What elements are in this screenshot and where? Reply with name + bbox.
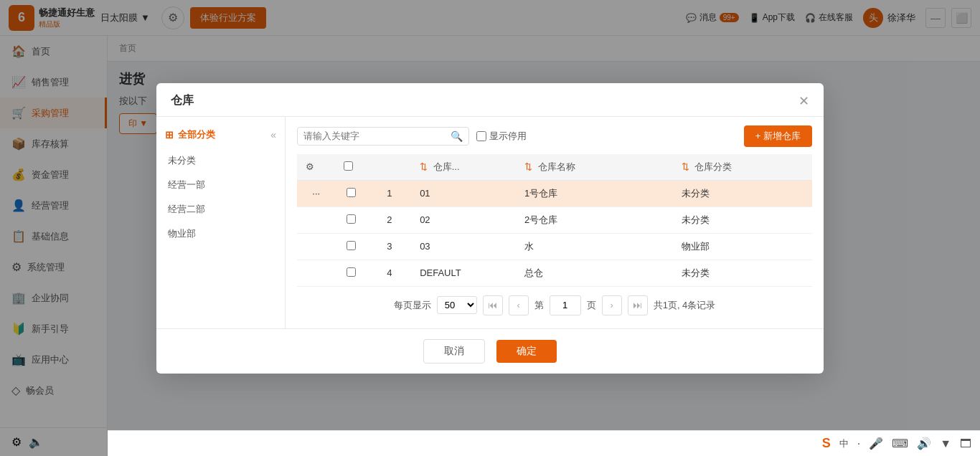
table-body: ··· 1 01 1号仓库 未分类: [297, 180, 812, 286]
modal-header: 仓库 ✕: [156, 83, 824, 117]
table-row[interactable]: 3 03 水 物业部: [297, 233, 812, 260]
taskbar-window-icon[interactable]: 🗖: [960, 437, 971, 450]
row-check-4[interactable]: [335, 260, 367, 286]
table-row[interactable]: ··· 1 01 1号仓库 未分类: [297, 180, 812, 206]
modal-sidebar-header: ⊞ 全部分类 «: [156, 124, 285, 148]
grid-icon: ⊞: [165, 129, 174, 141]
modal-close-btn[interactable]: ✕: [798, 93, 809, 109]
sort-icon3: ⇅: [682, 161, 689, 172]
collapse-btn[interactable]: «: [270, 129, 276, 141]
cat-all-item[interactable]: ⊞ 全部分类: [165, 128, 215, 141]
table-row[interactable]: 2 02 2号仓库 未分类: [297, 206, 812, 233]
row-index-1: 1: [367, 180, 411, 206]
row-name-1: 1号仓库: [516, 180, 673, 206]
warehouse-modal: 仓库 ✕ ⊞ 全部分类 « 未分类: [156, 83, 824, 374]
row-code-3: 03: [411, 233, 516, 260]
row-index-4: 4: [367, 260, 411, 286]
cancel-button[interactable]: 取消: [423, 339, 485, 364]
col-code-header[interactable]: ⇅ 仓库...: [411, 154, 516, 181]
row-code-1: 01: [411, 180, 516, 206]
modal-body: ⊞ 全部分类 « 未分类 经营一部 经营二部 物业部: [156, 117, 824, 328]
search-icon[interactable]: 🔍: [451, 130, 463, 142]
row-checkbox-1[interactable]: [347, 188, 356, 197]
col-check-header: [335, 154, 367, 181]
cat-item-unclassified[interactable]: 未分类: [156, 148, 285, 173]
cat-item-ops1[interactable]: 经营一部: [156, 173, 285, 197]
add-warehouse-btn[interactable]: + 新增仓库: [744, 125, 812, 147]
table-row[interactable]: 4 DEFAULT 总仓 未分类: [297, 260, 812, 286]
row-checkbox-4[interactable]: [347, 267, 356, 277]
first-page-btn[interactable]: ⏮: [483, 295, 503, 315]
row-gear-3[interactable]: [297, 233, 335, 260]
row-check-3[interactable]: [335, 233, 367, 260]
prev-page-btn[interactable]: ‹: [509, 295, 529, 315]
row-check-1[interactable]: [335, 180, 367, 206]
modal-main-panel: 🔍 显示停用 + 新增仓库: [286, 117, 824, 328]
next-page-btn[interactable]: ›: [602, 295, 622, 315]
row-code-2: 02: [411, 206, 516, 233]
row-name-2: 2号仓库: [516, 206, 673, 233]
row-cat-1: 未分类: [673, 180, 812, 206]
modal-category-panel: ⊞ 全部分类 « 未分类 经营一部 经营二部 物业部: [156, 117, 286, 328]
row-cat-2: 未分类: [673, 206, 812, 233]
taskbar-dot-icon[interactable]: ·: [857, 437, 860, 450]
row-gear-2[interactable]: [297, 206, 335, 233]
modal-toolbar: 🔍 显示停用 + 新增仓库: [297, 125, 812, 147]
taskbar-s-icon: S: [822, 436, 831, 451]
row-index-3: 3: [367, 233, 411, 260]
main-content: 首页 进货 按以下 印 ▼ 导出 ▼ 刷新 查询 设置 仓库 ✕: [108, 36, 980, 456]
show-disabled-toggle[interactable]: 显示停用: [476, 130, 527, 143]
show-disabled-checkbox[interactable]: [476, 131, 486, 141]
search-input[interactable]: [303, 130, 451, 141]
pagination-bar: 每页显示 50 10 20 100 ⏮ ‹ 第 页: [297, 287, 812, 320]
cat-item-ops2[interactable]: 经营二部: [156, 197, 285, 222]
row-code-4: DEFAULT: [411, 260, 516, 286]
row-name-4: 总仓: [516, 260, 673, 286]
taskbar-arrow-icon[interactable]: ▼: [940, 437, 951, 450]
col-index-header: [367, 154, 411, 181]
col-gear-header: ⚙: [297, 154, 335, 181]
page-number-input[interactable]: [550, 295, 581, 315]
modal-footer: 取消 确定: [156, 328, 824, 374]
table-header: ⚙ ⇅ 仓库... ⇅: [297, 154, 812, 181]
sort-icon: ⇅: [420, 161, 428, 172]
select-all-checkbox[interactable]: [344, 161, 353, 171]
microphone-icon[interactable]: 🎤: [869, 437, 883, 450]
modal-overlay: 仓库 ✕ ⊞ 全部分类 « 未分类: [108, 36, 980, 456]
col-name-header[interactable]: ⇅ 仓库名称: [516, 154, 673, 181]
total-info: 共1页, 4条记录: [654, 299, 716, 312]
speaker-icon[interactable]: 🔊: [917, 437, 931, 450]
sort-icon2: ⇅: [524, 161, 532, 172]
row-gear-4[interactable]: [297, 260, 335, 286]
page-size-select[interactable]: 50 10 20 100: [437, 296, 477, 314]
cat-item-property[interactable]: 物业部: [156, 222, 285, 246]
main-layout: 🏠 首页 📈 销售管理 🛒 采购管理 📦 库存核算 💰 资金管理 👤 经营管理 …: [0, 36, 980, 456]
row-checkbox-3[interactable]: [347, 241, 356, 250]
row-cat-4: 未分类: [673, 260, 812, 286]
row-cat-3: 物业部: [673, 233, 812, 260]
taskbar-zh-icon[interactable]: 中: [839, 437, 849, 450]
row-gear-1[interactable]: ···: [297, 180, 335, 206]
row-index-2: 2: [367, 206, 411, 233]
keyboard-icon[interactable]: ⌨: [892, 437, 908, 450]
taskbar: S 中 · 🎤 ⌨ 🔊 ▼ 🗖: [108, 430, 980, 456]
confirm-button[interactable]: 确定: [496, 340, 557, 363]
warehouse-table: ⚙ ⇅ 仓库... ⇅: [297, 154, 812, 287]
modal-title: 仓库: [171, 93, 194, 108]
last-page-btn[interactable]: ⏭: [628, 295, 648, 315]
col-cat-header[interactable]: ⇅ 仓库分类: [673, 154, 812, 181]
row-name-3: 水: [516, 233, 673, 260]
row-checkbox-2[interactable]: [347, 214, 356, 224]
search-box: 🔍: [297, 127, 469, 146]
table-container: ⚙ ⇅ 仓库... ⇅: [297, 154, 812, 287]
row-check-2[interactable]: [335, 206, 367, 233]
